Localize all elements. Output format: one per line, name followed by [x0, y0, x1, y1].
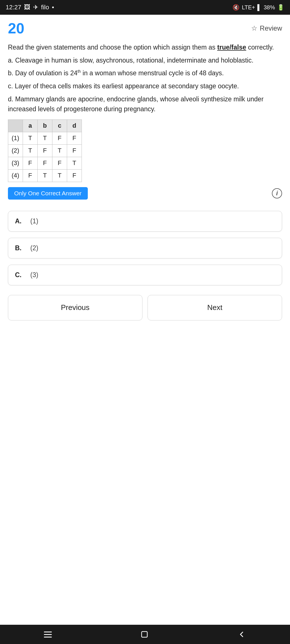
table-cell-r1-c3: T [52, 144, 67, 157]
table-cell-r0-c4: F [67, 132, 82, 144]
table-cell-r3-c1: F [23, 169, 38, 182]
question-header: 20 ☆ Review [0, 15, 290, 40]
table-header-a: a [23, 119, 38, 132]
table-cell-r1-c4: F [67, 144, 82, 157]
table-cell-r0-c2: T [38, 132, 52, 144]
option-item-a[interactable]: A. (1) [8, 211, 282, 232]
option-value-0: (1) [30, 217, 38, 225]
dot-indicator: • [52, 4, 54, 11]
table-cell-r2-c4: T [67, 157, 82, 169]
table-cell-r0-c0: (1) [8, 132, 23, 144]
statement-b: b. Day of ovulation is 24th in a woman w… [8, 68, 282, 78]
statement-c: c. Layer of theca cells makes its earlie… [8, 81, 282, 91]
review-label: Review [260, 24, 282, 32]
table-cell-r3-c2: T [38, 169, 52, 182]
table-cell-r3-c4: F [67, 169, 82, 182]
svg-rect-0 [142, 632, 147, 637]
table-cell-r0-c1: T [23, 132, 38, 144]
mute-icon: 🔇 [233, 4, 240, 11]
tag-row: Only One Correct Answer i [0, 187, 290, 200]
statement-d: d. Mammary glands are apocrine, endocrin… [8, 94, 282, 114]
home-icon[interactable] [140, 630, 149, 639]
truth-table: a b c d (1)TTFF(2)TFTF(3)FFFT(4)FTTF [8, 119, 82, 182]
table-cell-r1-c0: (2) [8, 144, 23, 157]
camera-icon: 🖼 [24, 4, 30, 11]
table-cell-r2-c1: F [23, 157, 38, 169]
table-cell-r2-c0: (3) [8, 157, 23, 169]
option-label-2: C. [15, 271, 25, 279]
network-label: LTE+ [242, 4, 255, 11]
signal-bars-icon: ▌ [257, 4, 261, 11]
battery-percent: 38% [264, 4, 275, 11]
app-name: filo [41, 4, 49, 11]
next-button[interactable]: Next [148, 295, 282, 320]
info-icon[interactable]: i [272, 188, 282, 198]
option-item-c[interactable]: C. (3) [8, 265, 282, 285]
table-cell-r0-c3: F [52, 132, 67, 144]
table-header-c: c [52, 119, 67, 132]
statement-a: a. Cleavage in human is slow, asychronou… [8, 55, 282, 66]
bottom-navigation-bar [0, 625, 290, 644]
option-label-1: B. [15, 244, 25, 252]
table-cell-r3-c0: (4) [8, 169, 23, 182]
table-cell-r1-c1: T [23, 144, 38, 157]
status-right: 🔇 LTE+ ▌ 38% 🔋 [233, 4, 284, 11]
table-cell-r2-c2: F [38, 157, 52, 169]
option-item-b[interactable]: B. (2) [8, 238, 282, 258]
status-left: 12:27 🖼 ✈ filo • [6, 4, 54, 11]
star-icon: ☆ [251, 24, 257, 32]
option-value-2: (3) [30, 271, 38, 279]
option-value-1: (2) [30, 244, 38, 252]
previous-button[interactable]: Previous [8, 295, 142, 320]
options-section: A. (1) B. (2) C. (3) [0, 200, 290, 285]
table-cell-r2-c3: F [52, 157, 67, 169]
option-label-0: A. [15, 217, 25, 225]
send-icon: ✈ [33, 4, 38, 11]
table-header-empty [8, 119, 23, 132]
question-body: Read the given statements and choose the… [0, 40, 290, 182]
back-icon[interactable] [237, 630, 246, 639]
true-false-text: true/false [217, 44, 246, 51]
table-cell-r3-c3: T [52, 169, 67, 182]
table-header-b: b [38, 119, 52, 132]
review-button[interactable]: ☆ Review [251, 24, 282, 32]
status-bar: 12:27 🖼 ✈ filo • 🔇 LTE+ ▌ 38% 🔋 [0, 0, 290, 15]
table-header-d: d [67, 119, 82, 132]
question-number: 20 [8, 20, 24, 37]
navigation-buttons: Previous Next [0, 292, 290, 328]
menu-icon[interactable] [44, 632, 52, 637]
battery-icon: 🔋 [277, 4, 284, 11]
table-cell-r1-c2: F [38, 144, 52, 157]
only-one-correct-tag: Only One Correct Answer [8, 187, 88, 200]
time: 12:27 [6, 4, 21, 11]
question-intro: Read the given statements and choose the… [8, 42, 282, 53]
